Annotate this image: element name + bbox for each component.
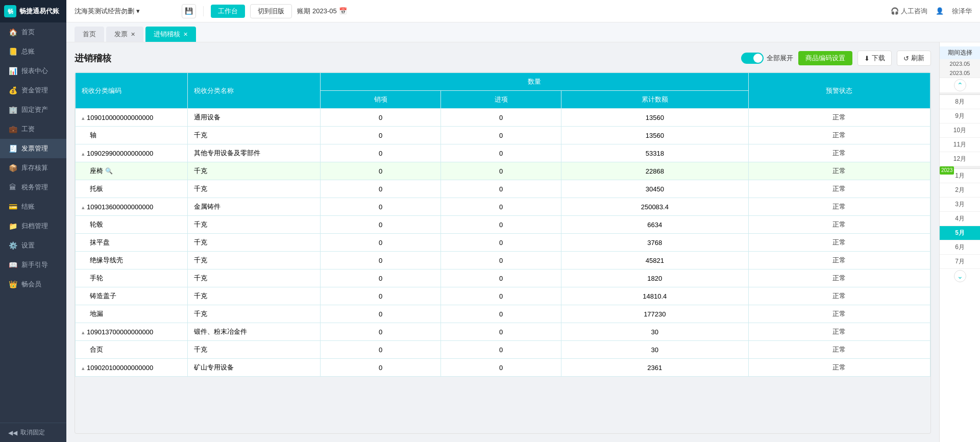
year-current-badge: 2023 bbox=[940, 166, 954, 175]
sidebar-label-11: 设置 bbox=[21, 241, 35, 250]
th-purchase: 进项 bbox=[441, 91, 561, 109]
page-header: 进销稽核 全部展开 商品编码设置 ⬇ 下载 ↺ 刷新 bbox=[75, 51, 931, 66]
cell-purchase: 0 bbox=[441, 198, 561, 216]
expand-icon[interactable]: ▴ bbox=[82, 365, 85, 371]
period-month-12月[interactable]: 12月 bbox=[940, 152, 980, 166]
refresh-button[interactable]: ↺ 刷新 bbox=[897, 51, 931, 66]
refresh-label: 刷新 bbox=[911, 54, 924, 63]
sidebar-label-0: 首页 bbox=[21, 28, 35, 37]
cell-code: ▴109029900000000000 bbox=[76, 144, 188, 162]
th-code: 税收分类编码 bbox=[76, 73, 188, 109]
sidebar-item-库存核算[interactable]: 📦 库存核算 bbox=[0, 158, 66, 178]
company-dropdown-icon: ▾ bbox=[136, 7, 140, 15]
period-month-11月[interactable]: 11月 bbox=[940, 138, 980, 152]
cell-sale: 0 bbox=[321, 198, 441, 216]
tab-invoice-close[interactable]: ✕ bbox=[131, 31, 135, 38]
table-row: 绝缘导线壳 千克 0 0 45821 正常 bbox=[76, 252, 930, 269]
table-row: 托板 千克 0 0 30450 正常 bbox=[76, 180, 930, 198]
sidebar-item-报表中心[interactable]: 📊 报表中心 bbox=[0, 61, 66, 81]
company-selector[interactable]: 沈海英测试经营勿删 ▾ bbox=[75, 7, 177, 16]
cell-sale: 0 bbox=[321, 234, 441, 252]
table-row: ▴109013700000000000 锻件、粉末冶金件 0 0 30 正常 bbox=[76, 323, 930, 341]
cell-unit: 千克 bbox=[188, 234, 321, 252]
cell-total: 30450 bbox=[561, 180, 749, 198]
cell-sale: 0 bbox=[321, 144, 441, 162]
sidebar-item-税务管理[interactable]: 🏛 税务管理 bbox=[0, 178, 66, 197]
tab-home[interactable]: 首页 bbox=[75, 27, 104, 42]
service-button[interactable]: 🎧 人工咨询 bbox=[891, 7, 927, 16]
cell-purchase: 0 bbox=[441, 359, 561, 377]
cell-unit: 千克 bbox=[188, 216, 321, 234]
expand-icon[interactable]: ▴ bbox=[82, 115, 85, 121]
cell-code: 轴 bbox=[76, 127, 188, 144]
sidebar-item-结账[interactable]: 💳 结账 bbox=[0, 197, 66, 216]
sidebar-label-10: 归档管理 bbox=[21, 222, 48, 231]
table-row: 座椅🔍 千克 0 0 22868 正常 bbox=[76, 162, 930, 180]
period-month-current-5月[interactable]: 5月 bbox=[940, 226, 980, 240]
period-month-current-2月[interactable]: 2月 bbox=[940, 183, 980, 198]
cell-sale: 0 bbox=[321, 109, 441, 127]
expand-icon[interactable]: ▴ bbox=[82, 151, 85, 157]
cell-status: 正常 bbox=[748, 287, 930, 305]
sidebar-item-发票管理[interactable]: 🧾 发票管理 bbox=[0, 139, 66, 158]
sidebar: 畅 畅捷通易代账 🏠 首页 📒 总账 📊 报表中心 💰 资金管理 🏢 固定资产 … bbox=[0, 0, 66, 442]
switch-version-button[interactable]: 切到旧版 bbox=[250, 4, 292, 18]
sidebar-icon-1: 📒 bbox=[8, 47, 17, 56]
period-month-9月[interactable]: 9月 bbox=[940, 109, 980, 124]
sidebar-item-归档管理[interactable]: 📁 归档管理 bbox=[0, 216, 66, 236]
cell-total: 177230 bbox=[561, 305, 749, 323]
sidebar-item-畅会员[interactable]: 👑 畅会员 bbox=[0, 275, 66, 294]
sidebar-item-固定资产[interactable]: 🏢 固定资产 bbox=[0, 100, 66, 119]
period-month-current-7月[interactable]: 7月 bbox=[940, 255, 980, 269]
cell-name: 金属铸件 bbox=[188, 198, 321, 216]
period-month-10月[interactable]: 10月 bbox=[940, 124, 980, 138]
cell-unit: 千克 bbox=[188, 180, 321, 198]
save-button[interactable]: 💾 bbox=[182, 4, 196, 18]
period-header-2: 2023.05 bbox=[940, 68, 980, 78]
cell-purchase: 0 bbox=[441, 180, 561, 198]
period-panel-title[interactable]: 期间选择 bbox=[940, 46, 980, 59]
sidebar-item-资金管理[interactable]: 💰 资金管理 bbox=[0, 81, 66, 100]
sidebar-item-总账[interactable]: 📒 总账 bbox=[0, 42, 66, 61]
tab-check[interactable]: 进销稽核 ✕ bbox=[145, 27, 196, 42]
table-row: ▴109010000000000000 通用设备 0 0 13560 正常 bbox=[76, 109, 930, 127]
expand-toggle[interactable] bbox=[741, 53, 764, 64]
tab-check-label: 进销稽核 bbox=[154, 30, 180, 39]
period-up-button[interactable]: ⌃ bbox=[954, 79, 966, 91]
sidebar-icon-12: 📖 bbox=[8, 261, 17, 269]
download-button[interactable]: ⬇ 下载 bbox=[857, 51, 892, 66]
period-month-current-3月[interactable]: 3月 bbox=[940, 198, 980, 212]
period-current-year-label: 2023 bbox=[940, 166, 980, 169]
cell-purchase: 0 bbox=[441, 144, 561, 162]
sidebar-item-首页[interactable]: 🏠 首页 bbox=[0, 22, 66, 42]
cell-sale: 0 bbox=[321, 162, 441, 180]
period-display: 账期 2023-05 📅 bbox=[297, 7, 347, 16]
sidebar-label-5: 工资 bbox=[21, 125, 35, 134]
sidebar-item-新手引导[interactable]: 📖 新手引导 bbox=[0, 255, 66, 275]
period-month-current-4月[interactable]: 4月 bbox=[940, 212, 980, 226]
calendar-icon[interactable]: 📅 bbox=[339, 7, 347, 15]
cell-status: 正常 bbox=[748, 305, 930, 323]
expand-icon[interactable]: ▴ bbox=[82, 204, 85, 210]
tab-invoice[interactable]: 发票 ✕ bbox=[106, 27, 143, 42]
cell-total: 13560 bbox=[561, 109, 749, 127]
period-month-8月[interactable]: 8月 bbox=[940, 95, 980, 109]
cell-purchase: 0 bbox=[441, 234, 561, 252]
period-down-button[interactable]: ⌄ bbox=[954, 270, 966, 282]
search-icon[interactable]: 🔍 bbox=[105, 167, 113, 175]
service-label: 人工咨询 bbox=[901, 7, 927, 15]
workbench-button[interactable]: 工作台 bbox=[211, 5, 245, 18]
sidebar-item-工资[interactable]: 💼 工资 bbox=[0, 119, 66, 139]
cell-unit: 千克 bbox=[188, 162, 321, 180]
product-code-button[interactable]: 商品编码设置 bbox=[798, 51, 852, 65]
cell-total: 3768 bbox=[561, 234, 749, 252]
period-month-current-6月[interactable]: 6月 bbox=[940, 240, 980, 255]
sidebar-unpin-button[interactable]: ◀◀ 取消固定 bbox=[0, 423, 66, 442]
cell-unit: 千克 bbox=[188, 127, 321, 144]
tab-check-close[interactable]: ✕ bbox=[183, 31, 188, 38]
expand-icon[interactable]: ▴ bbox=[82, 329, 85, 335]
cell-status: 正常 bbox=[748, 269, 930, 287]
sidebar-item-设置[interactable]: ⚙️ 设置 bbox=[0, 236, 66, 255]
cell-purchase: 0 bbox=[441, 287, 561, 305]
table-row: 轴 千克 0 0 13560 正常 bbox=[76, 127, 930, 144]
